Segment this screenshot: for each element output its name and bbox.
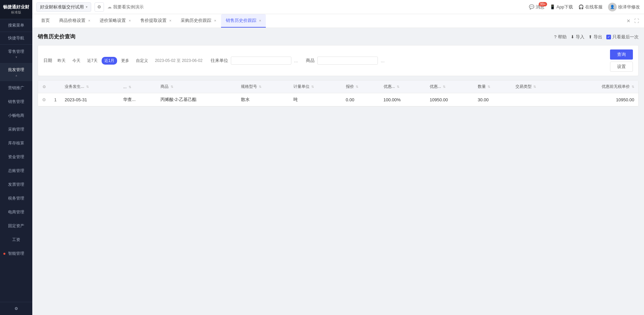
col-product[interactable]: 商品 ⇅: [156, 80, 237, 93]
product-input[interactable]: [317, 57, 378, 65]
help-icon: ?: [554, 34, 557, 39]
col-extra-label: ...: [123, 84, 127, 89]
row-num: 1: [50, 93, 61, 106]
app-download-btn[interactable]: 📱 App下载: [550, 4, 573, 10]
close-window-btn[interactable]: ✕: [625, 18, 632, 24]
sidebar-item-salary[interactable]: 工资: [0, 233, 32, 247]
main-area: 好业财标准版交付试用 ▾ ⚙ ☁ 我要看实例演示 💬 消息 99+ 📱 App下…: [32, 0, 644, 315]
sort-icon: ⇅: [86, 85, 89, 89]
sidebar-item-retail[interactable]: 零售管理 ▾: [0, 45, 32, 63]
online-service-btn[interactable]: 🎧 在线客服: [578, 4, 603, 10]
sort-icon: ⇅: [632, 85, 634, 89]
col-pretax-price[interactable]: 优惠前无税单价 ⇅: [564, 80, 638, 93]
settings-btn[interactable]: 设置: [610, 62, 633, 72]
sidebar-settings-btn[interactable]: ⚙: [0, 302, 32, 315]
maximize-window-btn[interactable]: ⛶: [633, 18, 640, 24]
page-header: 销售历史价查询 ? 帮助 ⬇ 导入 ⬆ 导出 ✓ 只看最后一次: [38, 33, 639, 40]
col-unit[interactable]: 计量单位 ⇅: [289, 80, 342, 93]
workspace-settings-btn[interactable]: ⚙: [95, 2, 104, 12]
sidebar-quick-nav[interactable]: 快捷导航: [0, 32, 32, 45]
page-title: 销售历史价查询: [38, 33, 75, 40]
sidebar-item-general-ledger[interactable]: 总账管理: [0, 164, 32, 178]
source-input[interactable]: [231, 57, 291, 65]
demo-label: 我要看实例演示: [113, 4, 144, 10]
col-extra[interactable]: ... ⇅: [119, 80, 156, 93]
export-btn[interactable]: ⬆ 导出: [588, 34, 602, 40]
demo-btn[interactable]: ☁ 我要看实例演示: [107, 4, 144, 10]
row-gear[interactable]: ⚙: [38, 93, 50, 106]
row-tx-type: [511, 93, 564, 106]
tab-close-icon[interactable]: ×: [88, 19, 90, 23]
data-table: ⚙ 业务发生... ⇅ ... ⇅ 商品 ⇅: [38, 80, 639, 107]
online-service-label: 在线客服: [585, 4, 603, 10]
query-btn[interactable]: 查询: [610, 49, 633, 60]
row-price: 0.00: [342, 93, 380, 106]
sidebar-item-smart[interactable]: 智能管理: [0, 247, 32, 260]
sidebar-item-label: 电商管理: [8, 209, 24, 215]
sidebar-item-label: 销售管理: [8, 99, 24, 105]
window-controls: ✕ ⛶: [625, 18, 640, 24]
sidebar-item-tax[interactable]: 税务管理: [0, 191, 32, 205]
tab-close-icon[interactable]: ×: [129, 19, 131, 23]
col-qty-label: 数量: [478, 84, 486, 89]
filter-row: 日期 昨天 今天 近7天 近1月 更多 自定义 2023-05-02 至 202…: [43, 49, 633, 72]
product-dots-btn[interactable]: ...: [381, 58, 385, 63]
sidebar-logo: 畅捷通好业财 标准版: [0, 0, 32, 19]
col-qty[interactable]: 数量 ⇅: [474, 80, 511, 93]
sidebar-item-wholesale[interactable]: 批发管理 ▴: [0, 63, 32, 81]
col-tx-type-label: 交易类型: [515, 84, 532, 89]
sidebar-item-ecommerce-small[interactable]: 小畅电商: [0, 109, 32, 123]
row-qty: 30.00: [474, 93, 511, 106]
sidebar-item-label: 工资: [12, 237, 20, 243]
tab-price[interactable]: 商品价格设置 ×: [55, 14, 95, 28]
sidebar-item-invoice[interactable]: 发票管理: [0, 178, 32, 191]
date-btn-more[interactable]: 更多: [118, 57, 132, 65]
tab-purchase-history[interactable]: 采购历史价跟踪 ×: [176, 14, 221, 28]
date-btn-last7[interactable]: 近7天: [84, 57, 100, 65]
tab-close-icon[interactable]: ×: [259, 19, 261, 23]
date-btn-today[interactable]: 今天: [70, 57, 83, 65]
tab-purchase-strategy[interactable]: 进价策略设置 ×: [95, 14, 135, 28]
sidebar-item-label: 零售管理: [8, 49, 24, 55]
col-spec[interactable]: 规格型号 ⇅: [237, 80, 289, 93]
sidebar-item-purchase[interactable]: 采购管理: [0, 123, 32, 136]
col-tx-type[interactable]: 交易类型 ⇅: [511, 80, 564, 93]
messages-btn[interactable]: 💬 消息 99+: [529, 4, 544, 10]
topbar-right: 💬 消息 99+ 📱 App下载 🎧 在线客服 👤 徐泽华修改: [529, 3, 640, 11]
help-btn[interactable]: ? 帮助: [554, 34, 567, 40]
sidebar-search[interactable]: 搜索菜单: [0, 19, 32, 32]
date-btn-yesterday[interactable]: 昨天: [55, 57, 68, 65]
sidebar-item-sales[interactable]: 销售管理: [0, 95, 32, 109]
date-btn-custom[interactable]: 自定义: [133, 57, 151, 65]
tab-close-icon[interactable]: ×: [169, 19, 171, 23]
row-biz-date: 2023-05-31: [61, 93, 119, 106]
sidebar-item-inventory[interactable]: 库存核算: [0, 136, 32, 150]
workspace-selector[interactable]: 好业财标准版交付试用 ▾: [36, 2, 91, 12]
col-price[interactable]: 报价 ⇅: [342, 80, 380, 93]
sidebar-item-marketing[interactable]: 营销推广: [0, 81, 32, 95]
gear-icon: ⚙: [97, 4, 101, 9]
sidebar-item-fixed-assets[interactable]: 固定资产: [0, 219, 32, 233]
import-btn[interactable]: ⬇ 导入: [571, 34, 584, 40]
user-menu-btn[interactable]: 👤 徐泽华修改: [608, 3, 640, 11]
tab-home[interactable]: 首页: [36, 14, 55, 28]
col-discount-pct[interactable]: 优惠... ⇅: [380, 80, 426, 93]
gear-icon[interactable]: ⚙: [42, 84, 46, 89]
sidebar-item-label: 资金管理: [8, 154, 24, 160]
col-biz-date[interactable]: 业务发生... ⇅: [61, 80, 119, 93]
col-biz-date-label: 业务发生...: [65, 84, 84, 89]
sort-icon: ⇅: [533, 85, 536, 89]
source-filter-label: 往来单位: [211, 58, 228, 64]
tab-sale-price[interactable]: 售价提取设置 ×: [136, 14, 176, 28]
tab-sales-history-label: 销售历史价跟踪: [226, 18, 256, 24]
sidebar-item-finance[interactable]: 资金管理: [0, 150, 32, 164]
sidebar-item-ecommerce[interactable]: 电商管理: [0, 205, 32, 219]
col-discount-val[interactable]: 优惠... ⇅: [426, 80, 474, 93]
tab-close-icon[interactable]: ×: [214, 19, 216, 23]
date-btn-last1m[interactable]: 近1月: [102, 57, 117, 65]
import-icon: ⬇: [571, 34, 574, 39]
tab-sales-history[interactable]: 销售历史价跟踪 ×: [221, 14, 266, 28]
page-actions: ? 帮助 ⬇ 导入 ⬆ 导出 ✓ 只看最后一次: [554, 34, 639, 40]
source-dots-btn[interactable]: ...: [294, 58, 298, 63]
only-last-checkbox-label[interactable]: ✓ 只看最后一次: [606, 34, 639, 40]
